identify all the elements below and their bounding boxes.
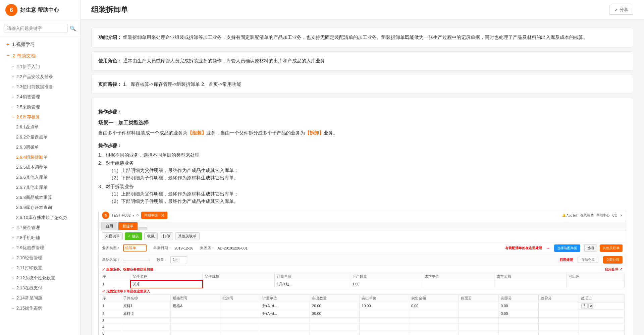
mock-label-date: 单据日期： (153, 245, 172, 250)
mock-tab-empty[interactable] (139, 227, 147, 230)
mock-period-btn[interactable]: 同期单据一览 (141, 212, 167, 219)
ltd-batch (220, 310, 260, 317)
sidebar-item-2-11[interactable]: ＋ 2.11打印设置 (0, 263, 80, 273)
sidebar-item-2-2[interactable]: ＋ 2.2产品安装及登录 (0, 72, 80, 82)
mock-label-type: 业务类型： (102, 245, 120, 250)
nav-group-header-1[interactable]: ＋ 1.视频学习 (0, 39, 80, 50)
plus-icon: ＋ (11, 104, 16, 109)
search-input[interactable] (4, 24, 68, 33)
sidebar-item-2-6-6[interactable]: 2.6.6其他入库单 (0, 172, 80, 182)
lth-seq: 序 (100, 294, 121, 302)
sidebar-item-2-10[interactable]: ＋ 2.10经营管理 (0, 253, 80, 263)
th-avail: 可出库 (566, 273, 624, 280)
mock-sub-val1 (123, 259, 150, 261)
sidebar-item-2-15[interactable]: ＋ 2.15操作案例 (0, 303, 80, 313)
th-unit: 计量单位 (275, 273, 350, 280)
minus-icon: － (11, 114, 16, 119)
mock-btn-confirm[interactable]: ✓ 确认 (125, 232, 142, 240)
screenshot-inner: 6 TEST-H002 ▾ ⟳ 同期单据一览 🔔 AppTell 在线帮助 帮助… (99, 210, 626, 335)
ltd-real-amt (409, 310, 459, 317)
ops-section: 操作步骤： 场景一：加工类型选择 当由多个子件材料组装成一个成品的业务为【组装】… (91, 98, 633, 335)
share-button[interactable]: ↗ 分享 (609, 5, 633, 15)
logo-icon: 6 (5, 4, 17, 16)
mock-form-subrow: 单位名称： 数量： 1元 启用处理 存储仓库 立即处理 (99, 254, 626, 266)
step2: 2、对于组装业务 (98, 160, 626, 166)
lth-real-price: 实出单价 (360, 294, 409, 302)
mock-lower-table-header: 序 子件名称 规格型号 批次号 计量单位 实出数量 实出单价 实出金额 账面分 (100, 294, 625, 302)
page-title: 组装拆卸单 (91, 5, 128, 15)
ops-title: 操作步骤： (98, 109, 626, 115)
sidebar-item-2-6-4[interactable]: 2.6.4组装拆卸单 (0, 152, 80, 162)
plus-icon: ＋ (11, 285, 16, 290)
mock-tab-self[interactable]: 自用 (101, 222, 117, 230)
mock-btn-select-bill[interactable]: 选择装配单据 (554, 244, 580, 252)
main-header: 组装拆卸单 ↗ 分享 (80, 0, 644, 20)
mock-toolbar: 未提供单 ✓ 确认 收藏 打印 其他关联单 (99, 230, 626, 242)
lth-diff: 差异分 (539, 294, 579, 302)
table-row: 5 (100, 330, 625, 335)
sidebar-item-2-8[interactable]: ＋ 2.8手机旺铺 (0, 233, 80, 243)
th-parent-name: 父件名称 (130, 273, 203, 280)
path-text: 1、库存核算->库存管理->组装拆卸单 2、首页->常用功能 (123, 81, 241, 87)
share-icon: ↗ (614, 7, 618, 12)
sidebar-item-2-6-2[interactable]: 2.6.2分量盘点单 (0, 132, 80, 142)
mock-btn-collect[interactable]: 收藏 (144, 232, 158, 240)
td-unit-1: 1升/+红... (275, 280, 350, 288)
role-text: 通常由生产人员或库管人员完成拆装业务的操作，库管人员确认原材料的出库和产成品的入… (123, 58, 325, 63)
sidebar: 6 好生意 帮助中心 🔍 ＋ 1.视频学习 － 2.帮助文档 ＋ 2.1新手入门 (0, 0, 80, 335)
mock-sub-label1: 单位名称： (102, 257, 120, 262)
sidebar-item-2-4[interactable]: ＋ 2.4销售管理 (0, 92, 80, 102)
nav-group-2: － 2.帮助文档 ＋ 2.1新手入门 ＋ 2.2产品安装及登录 ＋ 2.3使用前… (0, 50, 80, 313)
annotation-switch: ↙ 组装业务、拆卸业务在这里切换 (102, 267, 153, 272)
ops-steps-label: 操作步骤： (98, 143, 626, 149)
intro-block: 功能介绍： 组装拆卸单用来处理企业组装或拆卸等加工业务，支持有固定装配清单的产品… (91, 28, 633, 47)
app-name: 好生意 帮助中心 (20, 7, 59, 14)
nav-sub-list-2: ＋ 2.1新手入门 ＋ 2.2产品安装及登录 ＋ 2.3使用前数据准备 ＋ 2.… (0, 62, 80, 313)
sidebar-item-2-6-9[interactable]: 2.6.9库存账本查询 (0, 203, 80, 213)
plus-icon: ＋ (11, 225, 16, 230)
collapse-icon-2: － (5, 52, 11, 59)
sidebar-item-2-7[interactable]: ＋ 2.7资金管理 (0, 223, 80, 233)
ltd-spec: 规格A (171, 302, 220, 310)
mock-tab-bar: 自用 新建单 (99, 221, 626, 230)
ltd-name: 原料1 (121, 302, 171, 310)
sidebar-item-2-6-3[interactable]: 2.6.3调拨单 (0, 142, 80, 152)
mock-lower-table: 序 子件名称 规格型号 批次号 计量单位 实出数量 实出单价 实出金额 账面分 (100, 294, 625, 335)
mock-btn-save[interactable]: 其他关联单 (600, 244, 623, 252)
ltd-diff (539, 302, 579, 310)
sidebar-item-2-6-10[interactable]: 2.6.10库存账本错了怎么办 (0, 213, 80, 223)
sidebar-item-2-5[interactable]: ＋ 2.5采购管理 (0, 102, 80, 112)
lth-real-amt: 实出金额 (409, 294, 459, 302)
sidebar-item-2-1[interactable]: ＋ 2.1新手入门 (0, 62, 80, 72)
lth-batch: 批次号 (220, 294, 260, 302)
sidebar-item-2-6-1[interactable]: 2.6.1盘点单 (0, 122, 80, 132)
sidebar-item-2-6-8[interactable]: 2.6.8商品成本重算 (0, 192, 80, 203)
ltd-unit: 升(A+d... (260, 302, 310, 310)
td-qty-1: 1.00 (350, 280, 422, 288)
sidebar-item-2-9[interactable]: ＋ 2.9优惠券管理 (0, 243, 80, 253)
mock-apptell: 🔔 AppTell (562, 214, 578, 217)
ltd-real-price (360, 310, 409, 317)
mock-btn-confirm2[interactable]: 立即处理 (603, 256, 623, 264)
mock-upper-table-header: 序 父件名称 父件规格 计量单位 下产数量 成本单价 成本金额 可出库 (100, 273, 625, 280)
mock-btn-related[interactable]: 其他关联单 (175, 232, 200, 240)
nav-group-header-2[interactable]: － 2.帮助文档 (0, 50, 80, 62)
ltd-handle: ⋮✕ (579, 302, 625, 310)
table-row: 1 原料1 规格A 升(A+d... 20.00 10.00 0.00 (100, 302, 625, 310)
th-parent-spec: 父件规格 (203, 273, 275, 280)
sidebar-item-2-6-5[interactable]: 2.6.5成本调整单 (0, 162, 80, 172)
mock-val-type: 组装单 (123, 244, 147, 252)
mock-tab-new[interactable]: 新建单 (118, 222, 138, 230)
sidebar-item-2-14[interactable]: ＋ 2.14常见问题 (0, 293, 80, 303)
mock-btn-something[interactable]: 选项 (584, 244, 597, 252)
sidebar-item-2-6[interactable]: － 2.6库存核算 (0, 112, 80, 122)
sidebar-item-2-3[interactable]: ＋ 2.3使用前数据准备 (0, 82, 80, 92)
sidebar-item-2-12[interactable]: ＋ 2.12系统个性化设置 (0, 273, 80, 283)
sidebar-item-2-13[interactable]: ＋ 2.13在线支付 (0, 283, 80, 293)
ltd-seq: 2 (100, 310, 121, 317)
plus-icon: ＋ (11, 64, 16, 69)
search-button[interactable]: 🔍 (70, 25, 76, 32)
mock-btn-provide[interactable]: 未提供单 (102, 232, 123, 240)
mock-btn-print[interactable]: 打印 (160, 232, 173, 240)
sidebar-item-2-6-7[interactable]: 2.6.7其他出库单 (0, 182, 80, 192)
